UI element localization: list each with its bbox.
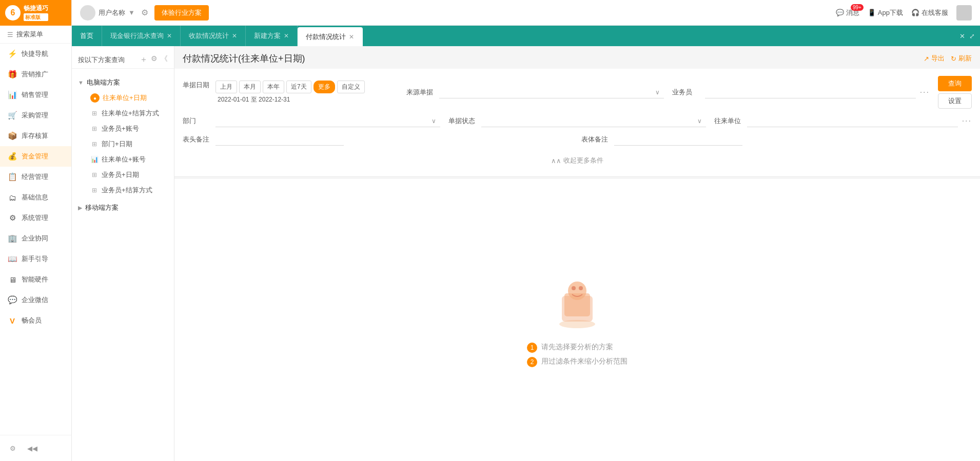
search-menu[interactable]: ☰ 搜索菜单 bbox=[0, 26, 71, 44]
settings-gear-icon[interactable]: ⚙ bbox=[141, 8, 148, 17]
system-icon: ⚙ bbox=[7, 213, 17, 223]
collapse-panel-icon[interactable]: 《 bbox=[161, 54, 168, 65]
tip-num-1: 1 bbox=[527, 343, 537, 353]
mobile-section-arrow: ▶ bbox=[78, 205, 82, 211]
scheme-item-dept-date[interactable]: ⊞ 部门+日期 bbox=[78, 136, 168, 152]
dept-label: 部门 bbox=[183, 116, 211, 126]
sidebar-item-guide[interactable]: 📖 新手引导 bbox=[0, 249, 71, 269]
tab-home[interactable]: 首页 bbox=[72, 26, 102, 46]
empty-illustration bbox=[546, 273, 608, 334]
user-profile-avatar[interactable] bbox=[956, 5, 972, 21]
topbar-user[interactable]: 用户名称 ▼ bbox=[80, 5, 135, 21]
sidebar-item-vip[interactable]: V 畅会员 bbox=[0, 310, 71, 331]
new-scheme-tab-close-icon[interactable]: ✕ bbox=[284, 32, 289, 39]
scheme-item-staff-account[interactable]: ⊞ 业务员+账号 bbox=[78, 121, 168, 136]
payment-tab-label: 付款情况统计 bbox=[306, 32, 346, 42]
settings-icon[interactable]: ⚙ bbox=[5, 440, 21, 456]
message-btn[interactable]: 💬 消息 99+ bbox=[836, 8, 859, 17]
user-avatar bbox=[80, 5, 95, 21]
scheme-item-unit-date[interactable]: ● 往来单位+日期 bbox=[78, 90, 168, 106]
sidebar-item-operation[interactable]: 📋 经营管理 bbox=[0, 167, 71, 187]
dept-select[interactable]: ∨ bbox=[215, 115, 440, 127]
service-icon: 🎧 bbox=[911, 9, 919, 16]
sales-icon: 📊 bbox=[7, 90, 17, 100]
tab-maximize-icon[interactable]: ⤢ bbox=[969, 32, 975, 40]
date-options: 上月 本月 本年 近7天 更多 自定义 bbox=[215, 81, 365, 93]
online-service-btn[interactable]: 🎧 在线客服 bbox=[911, 8, 948, 17]
unit-account-icon: 📊 bbox=[90, 155, 99, 164]
scheme-item-staff-date[interactable]: ⊞ 业务员+日期 bbox=[78, 167, 168, 183]
filter-row-3: 表头备注 表体备注 bbox=[183, 133, 972, 146]
sidebar-item-purchase[interactable]: 🛒 采购管理 bbox=[0, 105, 71, 126]
status-select[interactable]: ∨ bbox=[481, 115, 706, 127]
empty-tip-1: 1 请先选择要分析的方案 bbox=[527, 343, 628, 353]
date-opt-last-month[interactable]: 上月 bbox=[215, 81, 237, 93]
sidebar-item-quick-nav[interactable]: ⚡ 快捷导航 bbox=[0, 44, 71, 64]
refresh-btn[interactable]: ↻ 刷新 bbox=[951, 54, 972, 63]
sidebar-item-hardware[interactable]: 🖥 智能硬件 bbox=[0, 269, 71, 290]
sidebar-item-sales[interactable]: 📊 销售管理 bbox=[0, 85, 71, 105]
sidebar-item-basic[interactable]: 🗂 基础信息 bbox=[0, 187, 71, 208]
page-header-actions: ↗ 导出 ↻ 刷新 bbox=[924, 54, 972, 63]
empty-state: 1 请先选择要分析的方案 2 用过滤条件来缩小分析范围 bbox=[174, 179, 980, 461]
date-range-text: 2022-01-01 至 2022-12-31 bbox=[218, 95, 365, 104]
app-download-btn[interactable]: 📱 App下载 bbox=[868, 8, 903, 17]
tab-receipt[interactable]: 收款情况统计 ✕ bbox=[181, 26, 246, 46]
filter-row-2: 部门 ∨ 单据状态 ∨ 往来单位 bbox=[183, 115, 972, 127]
dept-date-icon: ⊞ bbox=[90, 140, 99, 148]
sidebar-item-marketing[interactable]: 🎁 营销推广 bbox=[0, 64, 71, 85]
collapse-sidebar-icon[interactable]: ◀◀ bbox=[25, 440, 40, 456]
scheme-settings-icon[interactable]: ⚙ bbox=[151, 54, 158, 65]
source-select[interactable]: ∨ bbox=[439, 87, 664, 98]
sidebar-item-system[interactable]: ⚙ 系统管理 bbox=[0, 208, 71, 228]
desktop-section-toggle[interactable]: ▼ 电脑端方案 bbox=[78, 75, 168, 90]
trial-industry-btn[interactable]: 体验行业方案 bbox=[154, 5, 209, 21]
empty-tip-2: 2 用过滤条件来缩小分析范围 bbox=[527, 357, 628, 367]
header-note-input[interactable] bbox=[215, 133, 344, 146]
date-opt-custom[interactable]: 自定义 bbox=[337, 81, 365, 93]
sidebar-item-finance[interactable]: 💰 资金管理 bbox=[0, 146, 71, 167]
sidebar-item-wechat[interactable]: 💬 企业微信 bbox=[0, 290, 71, 310]
staff-filter-group: 业务员 ··· bbox=[672, 86, 930, 98]
message-badge: 99+ bbox=[851, 4, 864, 11]
date-opt-this-month[interactable]: 本月 bbox=[239, 81, 261, 93]
receipt-tab-close-icon[interactable]: ✕ bbox=[232, 32, 237, 39]
query-btn[interactable]: 查询 bbox=[938, 76, 972, 91]
setting-btn[interactable]: 设置 bbox=[938, 93, 972, 109]
scheme-item-unit-settle[interactable]: ⊞ 往来单位+结算方式 bbox=[78, 106, 168, 121]
scheme-item-unit-account[interactable]: 📊 往来单位+账号 bbox=[78, 152, 168, 167]
scheme-item-staff-settle[interactable]: ⊞ 业务员+结算方式 bbox=[78, 183, 168, 198]
export-btn[interactable]: ↗ 导出 bbox=[924, 54, 945, 63]
add-scheme-icon[interactable]: ＋ bbox=[140, 54, 148, 65]
date-opt-this-year[interactable]: 本年 bbox=[263, 81, 284, 93]
unit-filter-group: 往来单位 ··· bbox=[714, 115, 972, 127]
body-note-input[interactable] bbox=[614, 133, 742, 146]
staff-more-icon[interactable]: ··· bbox=[920, 88, 930, 97]
unit-input[interactable] bbox=[747, 115, 958, 127]
bank-tab-close-icon[interactable]: ✕ bbox=[167, 32, 172, 39]
date-opt-more[interactable]: 更多 bbox=[313, 81, 335, 93]
unit-more-icon[interactable]: ··· bbox=[962, 116, 972, 126]
unit-date-icon: ● bbox=[90, 93, 100, 103]
desktop-scheme-section: ▼ 电脑端方案 ● 往来单位+日期 ⊞ 往来单位+结算方式 ⊞ 业务员+账号 ⊞ bbox=[72, 73, 174, 200]
tab-bank[interactable]: 现金银行流水查询 ✕ bbox=[102, 26, 181, 46]
hardware-icon: 🖥 bbox=[7, 274, 17, 285]
app-icon: 📱 bbox=[868, 9, 876, 16]
tab-new-scheme[interactable]: 新建方案 ✕ bbox=[246, 26, 298, 46]
page-title: 付款情况统计(往来单位+日期) bbox=[183, 52, 305, 65]
sidebar-item-enterprise[interactable]: 🏢 企业协同 bbox=[0, 228, 71, 249]
desktop-section-arrow: ▼ bbox=[78, 79, 84, 86]
bank-tab-label: 现金银行流水查询 bbox=[110, 31, 164, 41]
collapse-icon: ∧∧ bbox=[551, 157, 561, 165]
collapse-conditions-btn[interactable]: ∧∧ 收起更多条件 bbox=[183, 152, 972, 169]
tab-payment[interactable]: 付款情况统计 ✕ bbox=[298, 27, 363, 46]
tab-close-all-icon[interactable]: ✕ bbox=[959, 32, 965, 40]
logo-icon: 6 bbox=[5, 5, 21, 21]
quick-nav-icon: ⚡ bbox=[7, 49, 17, 59]
tip-num-2: 2 bbox=[527, 357, 537, 367]
sidebar-item-inventory[interactable]: 📦 库存核算 bbox=[0, 126, 71, 146]
date-opt-7days[interactable]: 近7天 bbox=[286, 81, 311, 93]
payment-tab-close-icon[interactable]: ✕ bbox=[349, 33, 354, 41]
staff-input[interactable] bbox=[705, 86, 916, 98]
mobile-section-toggle[interactable]: ▶ 移动端方案 bbox=[72, 200, 174, 215]
